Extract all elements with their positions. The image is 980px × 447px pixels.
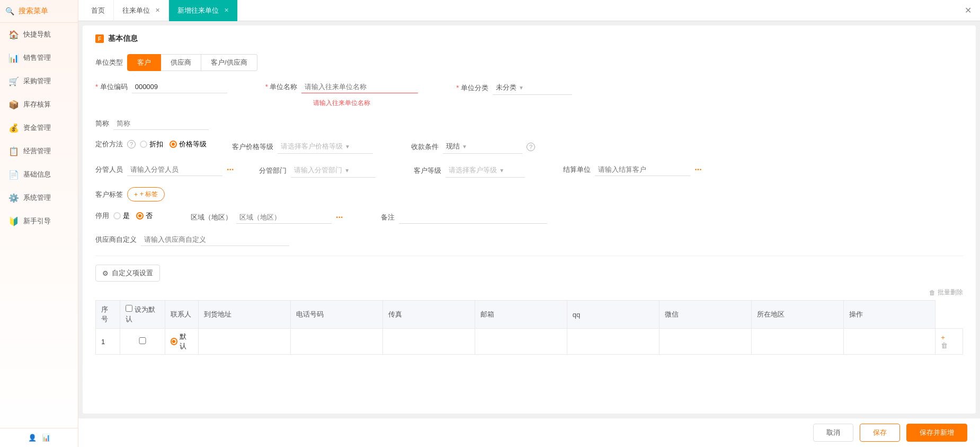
- table-row-checkbox[interactable]: [126, 337, 159, 344]
- tab-close-partners[interactable]: ✕: [155, 7, 160, 14]
- unit-type-btn-customer[interactable]: 客户: [127, 54, 161, 71]
- sidebar-item-inventory[interactable]: 📦库存核算: [0, 93, 78, 116]
- table-cell-seq: 1: [96, 329, 120, 355]
- table-cell-wechat[interactable]: [751, 329, 843, 355]
- payment-terms-select[interactable]: 现结 ▼: [443, 139, 522, 154]
- pricing-radio-price-level[interactable]: 价格等级: [170, 139, 207, 149]
- supplier-custom-input[interactable]: [141, 233, 289, 246]
- unit-code-input[interactable]: [132, 81, 227, 93]
- tab-label-partners: 往来单位: [122, 6, 150, 15]
- dept-label: 分管部门: [259, 166, 287, 176]
- operations-icon: 📋: [8, 146, 19, 156]
- settlement-more-btn[interactable]: ···: [694, 165, 701, 174]
- short-name-field: 简称: [95, 117, 209, 130]
- unit-type-row: 单位类型 客户供应商客户/供应商: [95, 54, 963, 71]
- sidebar-item-operations[interactable]: 📋经营管理: [0, 139, 78, 163]
- unit-type-btn-both[interactable]: 客户/供应商: [201, 54, 257, 71]
- search-menu-btn[interactable]: 🔍 搜索菜单: [0, 0, 78, 23]
- tag-btn-label: + 标签: [140, 190, 158, 199]
- pricing-radio-discount[interactable]: 折扣: [140, 139, 163, 149]
- table-cell-default[interactable]: 默认: [165, 329, 199, 355]
- manager-label: 分管人员: [95, 165, 123, 174]
- pricing-help-icon[interactable]: ?: [127, 140, 136, 148]
- table-input-wechat[interactable]: [757, 338, 838, 346]
- radio-dot-price-level: [172, 143, 175, 146]
- table-cell-operations[interactable]: + 🗑: [936, 329, 963, 355]
- sidebar-item-sales[interactable]: 📊销售管理: [0, 46, 78, 69]
- default-radio[interactable]: 默认: [171, 332, 193, 351]
- region-input[interactable]: [236, 211, 332, 224]
- table-cell-email[interactable]: [567, 329, 659, 355]
- cancel-button[interactable]: 取消: [813, 424, 853, 442]
- supplier-custom-label: 供应商自定义: [95, 235, 137, 244]
- table-input-email[interactable]: [573, 338, 654, 346]
- tab-partners[interactable]: 往来单位✕: [114, 0, 169, 21]
- manager-more-btn[interactable]: ···: [227, 165, 234, 174]
- sidebar-item-purchase[interactable]: 🛒采购管理: [0, 69, 78, 93]
- tab-new-partner[interactable]: 新增往来单位✕: [169, 0, 238, 21]
- sidebar-item-label: 快捷导航: [23, 30, 51, 39]
- contacts-table: 序号设为默认联系人到货地址电话号码传真邮箱qq微信所在地区操作 1 默认 + 🗑: [95, 300, 963, 355]
- sidebar-item-label: 系统管理: [23, 193, 51, 203]
- remark-field: 备注: [381, 211, 547, 224]
- main-area: 首页往来单位✕新增往来单位✕ ✕ F 基本信息 单位类型 客户供应商客户/供应商…: [78, 0, 980, 447]
- add-tag-btn[interactable]: + + 标签: [127, 187, 165, 201]
- region-more-btn[interactable]: ···: [336, 213, 343, 222]
- unit-code-label: 单位编码: [95, 82, 128, 92]
- unit-name-error: 请输入往来单位名称: [313, 99, 370, 108]
- sidebar-bottom: 👤 📊: [0, 428, 78, 447]
- row-delete-btn[interactable]: 🗑: [941, 341, 948, 349]
- disabled-field: 停用 是 否: [95, 211, 153, 221]
- tab-bar-close-btn[interactable]: ✕: [960, 5, 976, 15]
- table-input-fax[interactable]: [480, 338, 562, 346]
- sidebar-item-system[interactable]: ⚙️系统管理: [0, 186, 78, 209]
- sidebar-item-quick-nav[interactable]: 🏠快捷导航: [0, 23, 78, 46]
- unit-category-field: 单位分类 未分类 ▼: [456, 81, 572, 95]
- table-cell-qq[interactable]: [659, 329, 751, 355]
- table-cell-fax[interactable]: [475, 329, 567, 355]
- table-input-address[interactable]: [296, 338, 377, 346]
- disabled-radio-yes[interactable]: 是: [113, 211, 130, 221]
- table-cell-region[interactable]: [843, 329, 936, 355]
- payment-help-icon[interactable]: ?: [527, 143, 535, 151]
- save-button[interactable]: 保存: [860, 424, 900, 442]
- tab-label-home: 首页: [91, 6, 105, 15]
- short-name-input[interactable]: [113, 117, 209, 130]
- disabled-radio-no[interactable]: 否: [136, 211, 153, 221]
- table-header-checkbox[interactable]: [126, 305, 132, 312]
- dept-select[interactable]: 请输入分管部门 ▼: [291, 163, 376, 178]
- save-new-button[interactable]: 保存并新增: [906, 424, 967, 442]
- sidebar-item-guide[interactable]: 🔰新手引导: [0, 209, 78, 233]
- tab-close-new-partner[interactable]: ✕: [224, 7, 229, 14]
- manager-input[interactable]: [127, 163, 222, 176]
- sidebar-item-finance[interactable]: 💰资金管理: [0, 116, 78, 139]
- customer-price-level-select[interactable]: 请选择客户价格等级 ▼: [278, 139, 373, 154]
- unit-category-label: 单位分类: [456, 83, 488, 93]
- radio-circle-discount: [140, 141, 147, 148]
- table-input-qq[interactable]: [665, 338, 746, 346]
- add-tag-icon: +: [134, 191, 138, 198]
- custom-settings-btn[interactable]: ⚙ 自定义项设置: [95, 265, 160, 282]
- table-cell-address[interactable]: [291, 329, 383, 355]
- settings-bottom-icon[interactable]: 📊: [42, 434, 50, 442]
- unit-name-input[interactable]: [301, 81, 418, 93]
- manager-field: 分管人员 ···: [95, 163, 234, 176]
- table-cell-contact[interactable]: [199, 329, 291, 355]
- table-input-phone[interactable]: [388, 338, 469, 346]
- settlement-unit-input[interactable]: [595, 163, 690, 176]
- tab-home[interactable]: 首页: [83, 0, 114, 21]
- table-input-contact[interactable]: [204, 338, 285, 346]
- dept-field: 分管部门 请输入分管部门 ▼: [259, 163, 376, 178]
- table-input-region[interactable]: [849, 338, 930, 346]
- unit-category-select[interactable]: 未分类 ▼: [493, 81, 572, 95]
- row-add-btn[interactable]: +: [941, 334, 945, 341]
- short-name-row: 简称: [95, 117, 963, 130]
- remark-input[interactable]: [399, 211, 547, 224]
- table-cell-phone[interactable]: [383, 329, 475, 355]
- unit-type-btn-supplier[interactable]: 供应商: [161, 54, 201, 71]
- divider: [95, 256, 963, 256]
- table-cell-checkbox[interactable]: [120, 329, 165, 355]
- user-icon[interactable]: 👤: [28, 434, 37, 442]
- customer-level-select[interactable]: 请选择客户等级 ▼: [446, 163, 525, 178]
- sidebar-item-basic[interactable]: 📄基础信息: [0, 163, 78, 186]
